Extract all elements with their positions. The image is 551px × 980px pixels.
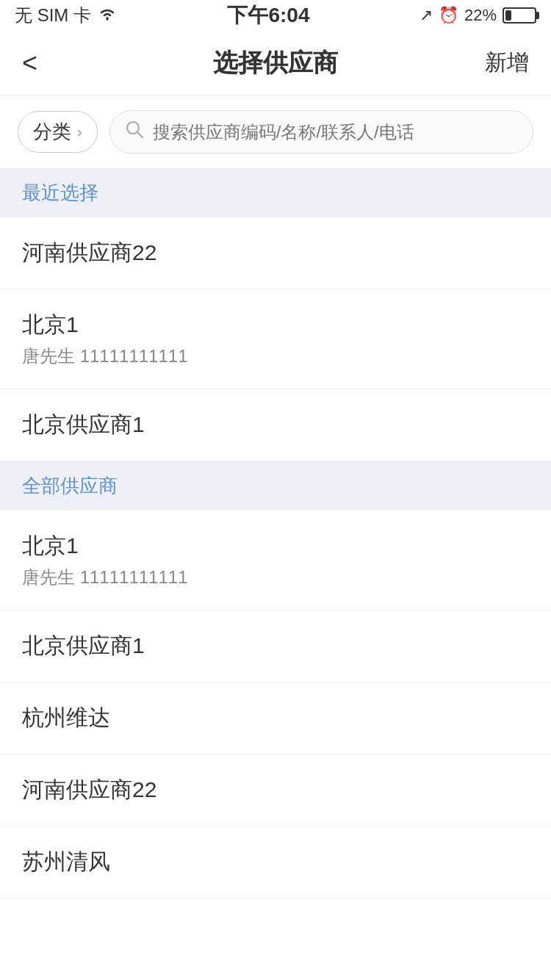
item-name: 北京供应商1 — [22, 410, 529, 440]
item-name: 杭州维达 — [22, 703, 529, 733]
all-items-list: 北京1唐先生 11111111111北京供应商1杭州维达河南供应商22苏州清风 — [0, 511, 551, 898]
item-sub: 唐先生 11111111111 — [22, 566, 529, 589]
recent-section-label: 最近选择 — [22, 181, 98, 203]
recent-items-list: 河南供应商22北京1唐先生 11111111111北京供应商1 — [0, 217, 551, 461]
recent-list-item[interactable]: 北京供应商1 — [0, 389, 551, 461]
all-list-item[interactable]: 北京1唐先生 11111111111 — [0, 511, 551, 610]
recent-list-item[interactable]: 河南供应商22 — [0, 217, 551, 289]
status-right: ↗ ⏰ 22% — [419, 6, 536, 25]
chevron-icon: › — [77, 123, 82, 140]
add-button[interactable]: 新增 — [485, 48, 529, 78]
page-title: 选择供应商 — [213, 46, 338, 80]
battery-icon — [503, 7, 536, 24]
status-bar: 无 SIM 卡 下午6:04 ↗ ⏰ 22% — [0, 0, 551, 31]
back-button[interactable]: < — [22, 48, 66, 79]
all-list-item[interactable]: 河南供应商22 — [0, 754, 551, 826]
status-left: 无 SIM 卡 — [15, 4, 118, 27]
item-name: 河南供应商22 — [22, 775, 529, 805]
all-section-header: 全部供应商 — [0, 461, 551, 511]
search-icon — [125, 120, 144, 144]
item-name: 苏州清风 — [22, 847, 529, 877]
recent-section-header: 最近选择 — [0, 168, 551, 217]
item-name: 河南供应商22 — [22, 238, 529, 268]
alarm-icon: ⏰ — [439, 6, 458, 25]
svg-line-2 — [137, 132, 143, 137]
item-name: 北京1 — [22, 531, 529, 561]
battery-percent: 22% — [464, 6, 497, 25]
svg-point-0 — [106, 18, 109, 21]
recent-list-item[interactable]: 北京1唐先生 11111111111 — [0, 289, 551, 389]
all-list-item[interactable]: 苏州清风 — [0, 826, 551, 898]
filter-bar: 分类 › — [0, 96, 551, 168]
item-sub: 唐先生 11111111111 — [22, 345, 529, 368]
all-section-label: 全部供应商 — [22, 475, 118, 497]
category-button[interactable]: 分类 › — [18, 111, 98, 153]
all-list-item[interactable]: 杭州维达 — [0, 682, 551, 754]
location-icon: ↗ — [419, 6, 433, 25]
wifi-icon — [97, 5, 118, 26]
nav-bar: < 选择供应商 新增 — [0, 31, 551, 96]
item-name: 北京供应商1 — [22, 631, 529, 661]
search-box[interactable] — [109, 110, 533, 154]
item-name: 北京1 — [22, 310, 529, 340]
search-input[interactable] — [153, 122, 518, 143]
all-list-item[interactable]: 北京供应商1 — [0, 610, 551, 682]
category-label: 分类 — [33, 119, 71, 145]
status-time: 下午6:04 — [227, 1, 309, 29]
no-sim-text: 无 SIM 卡 — [15, 4, 91, 27]
